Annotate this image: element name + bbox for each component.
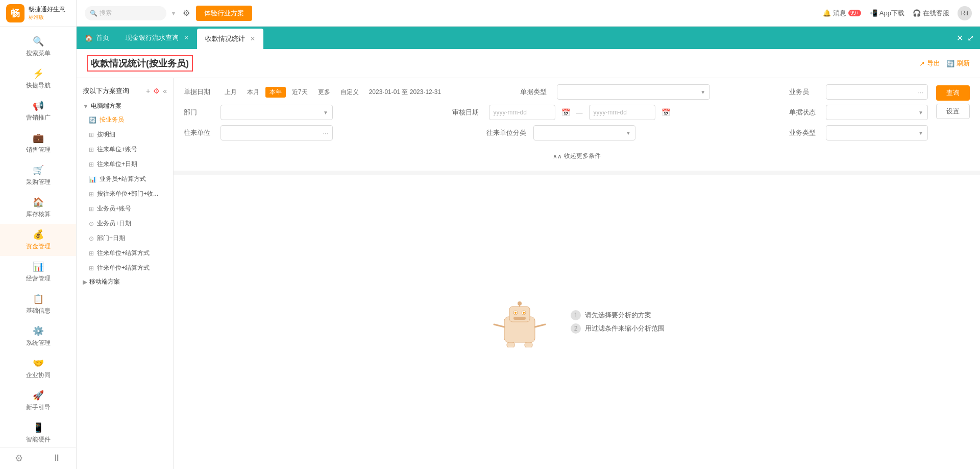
topbar-right: 🔔 消息 99+ 📲 App下载 🎧 在线客服 Rit [823, 6, 972, 20]
date-btn-this-month[interactable]: 本月 [243, 87, 263, 98]
sidebar-item-system[interactable]: ⚙️ 系统管理 [0, 320, 76, 353]
doc-type-select[interactable]: ▼ [557, 84, 710, 100]
partner-category-arrow: ▼ [626, 130, 631, 136]
app-download-btn[interactable]: 📲 App下载 [869, 9, 904, 18]
review-date-to[interactable]: yyyy-mm-dd [589, 105, 655, 120]
panel-item-by-salesperson[interactable]: 🔄 按业务员 [77, 112, 173, 127]
online-service-btn[interactable]: 🎧 在线客服 [913, 9, 949, 18]
date-btn-7days[interactable]: 近7天 [288, 87, 312, 98]
section-arrow-mobile: ▶ [83, 278, 87, 286]
settings-bottom-btn[interactable]: ⚙ [15, 453, 23, 464]
collapse-sidebar-btn[interactable]: ⏸ [52, 453, 61, 464]
salesperson-input[interactable]: ··· [826, 84, 928, 100]
panel-item-unit-date[interactable]: ⊞ 往来单位+日期 [77, 157, 173, 172]
svg-point-4 [514, 312, 517, 314]
tab-expand-btn[interactable]: ⤢ [967, 33, 974, 43]
panel-item-salesperson-settlement[interactable]: 📊 业务员+结算方式 [77, 172, 173, 186]
purchase-icon: 🛒 [33, 165, 44, 176]
review-date-from[interactable]: yyyy-mm-dd [489, 105, 555, 120]
review-date-to-calendar[interactable]: 📅 [662, 108, 670, 116]
collapse-filter-btn[interactable]: ∧∧ 收起更多条件 [184, 148, 970, 165]
panel-section-desktop: ▼ 电脑端方案 🔄 按业务员 ⊞ 按明细 ⊞ 往来单位+账号 [77, 100, 173, 275]
page-header: 收款情况统计(按业务员) ↗ 导出 🔄 刷新 [77, 49, 980, 78]
sidebar-item-search[interactable]: 🔍 搜索菜单 [0, 31, 76, 63]
operation-icon: 📊 [33, 261, 44, 272]
panel-item-salesperson-account[interactable]: ⊞ 业务员+账号 [77, 201, 173, 216]
panel-section-mobile-title[interactable]: ▶ 移动端方案 [77, 275, 173, 288]
dept-arrow: ▼ [323, 110, 328, 115]
refresh-btn[interactable]: 🔄 刷新 [946, 59, 970, 68]
download-icon: 📲 [869, 9, 877, 17]
sidebar-item-shortcut[interactable]: ⚡ 快捷导航 [0, 63, 76, 95]
date-btn-last-month[interactable]: 上月 [220, 87, 241, 98]
tab-collection[interactable]: 收款情况统计 ✕ [197, 29, 263, 49]
date-dash: — [576, 109, 583, 116]
export-btn[interactable]: ↗ 导出 [919, 59, 940, 68]
industry-btn[interactable]: 体验行业方案 [196, 6, 252, 21]
sidebar-nav: 🔍 搜索菜单 ⚡ 快捷导航 📢 营销推广 💼 销售管理 🛒 采购管理 🏠 库存核… [0, 27, 76, 447]
date-quick-btns: 上月 本月 本年 近7天 更多 自定义 [220, 87, 363, 98]
review-date-from-calendar[interactable]: 📅 [561, 108, 570, 116]
tab-home[interactable]: 🏠 首页 [77, 27, 117, 49]
panel-item-unit-settlement2[interactable]: ⊞ 往来单位+结算方式 [77, 246, 173, 261]
panel-item-salesperson-date[interactable]: ⊙ 业务员+日期 [77, 216, 173, 231]
step-num-2: 2 [571, 323, 581, 334]
unit-settlement3-icon: ⊞ [89, 265, 94, 272]
sidebar-item-sales[interactable]: 💼 销售管理 [0, 127, 76, 159]
date-btn-more[interactable]: 更多 [314, 87, 334, 98]
sidebar-item-basic[interactable]: 📋 基础信息 [0, 288, 76, 320]
enterprise-icon: 🤝 [33, 358, 44, 369]
salesperson-date-icon: ⊙ [89, 220, 94, 227]
query-btn[interactable]: 查询 [936, 85, 970, 101]
date-btn-custom[interactable]: 自定义 [336, 87, 363, 98]
collapse-panel-btn[interactable]: « [163, 87, 167, 95]
topbar-search-bar[interactable]: 🔍 搜索 [85, 6, 166, 20]
system-icon: ⚙️ [33, 325, 44, 337]
sidebar-item-inventory[interactable]: 🏠 库存核算 [0, 192, 76, 224]
sidebar-item-enterprise[interactable]: 🤝 企业协同 [0, 353, 76, 385]
basic-icon: 📋 [33, 293, 44, 304]
right-panel: 单据日期 上月 本月 本年 近7天 更多 自定义 2023-01-01 至 20… [174, 78, 980, 469]
date-range-display: 2023-01-01 至 2023-12-31 [369, 88, 441, 97]
svg-rect-10 [525, 342, 532, 347]
panel-item-by-detail[interactable]: ⊞ 按明细 [77, 127, 173, 142]
user-avatar[interactable]: Rit [958, 6, 972, 20]
scheme-settings-btn[interactable]: ⚙ [153, 87, 160, 95]
sidebar-item-finance[interactable]: 💰 资金管理 [0, 224, 76, 256]
tab-close-all-btn[interactable]: ✕ [957, 33, 963, 43]
gear-settings-btn[interactable]: ⚙ [183, 8, 190, 18]
search-icon: 🔍 [33, 36, 44, 47]
salesperson-more-icon: ··· [914, 88, 927, 96]
filter-partner-row: 往来单位 ··· 往来单位分类 ▼ [184, 125, 928, 140]
add-scheme-btn[interactable]: + [146, 87, 150, 95]
tab-bank-close[interactable]: ✕ [184, 34, 189, 41]
sidebar-item-operation[interactable]: 📊 经营管理 [0, 256, 76, 288]
biz-type-select[interactable]: ▼ [826, 125, 928, 140]
partner-category-select[interactable]: ▼ [533, 125, 635, 140]
doc-status-select[interactable]: ▼ [826, 105, 928, 120]
settings-btn[interactable]: 设置 [936, 104, 970, 119]
filter-row-1: 单据日期 上月 本月 本年 近7天 更多 自定义 2023-01-01 至 20… [184, 84, 970, 146]
sidebar-item-purchase[interactable]: 🛒 采购管理 [0, 159, 76, 192]
tab-bank[interactable]: 现金银行流水查询 ✕ [117, 27, 197, 49]
biz-type-arrow: ▼ [918, 130, 923, 136]
tab-collection-close[interactable]: ✕ [250, 35, 255, 42]
panel-item-unit-account[interactable]: ⊞ 往来单位+账号 [77, 142, 173, 157]
date-btn-this-year[interactable]: 本年 [265, 87, 286, 98]
sidebar-item-hardware[interactable]: 📱 智能硬件 [0, 417, 76, 447]
notification-btn[interactable]: 🔔 消息 99+ [823, 9, 861, 18]
sidebar-item-marketing[interactable]: 📢 营销推广 [0, 95, 76, 127]
export-icon: ↗ [919, 60, 925, 67]
dept-select[interactable]: ▼ [220, 105, 333, 120]
partner-input[interactable]: ··· [220, 125, 333, 140]
panel-item-dept-date[interactable]: ⊙ 部门+日期 [77, 231, 173, 246]
panel-item-unit-dept-collection[interactable]: ⊞ 按往来单位+部门+收... [77, 186, 173, 201]
step-num-1: 1 [571, 310, 581, 320]
logo-text: 畅捷通好生意 标准版 [29, 6, 65, 20]
detail-icon: ⊞ [89, 131, 94, 138]
sidebar-bottom: ⚙ ⏸ [0, 447, 76, 469]
panel-item-unit-settlement3[interactable]: ⊞ 往来单位+结算方式 [77, 261, 173, 275]
sidebar-item-guide[interactable]: 🚀 新手引导 [0, 385, 76, 417]
panel-section-desktop-title[interactable]: ▼ 电脑端方案 [77, 100, 173, 112]
salesperson-label: 业务员 [789, 87, 820, 97]
